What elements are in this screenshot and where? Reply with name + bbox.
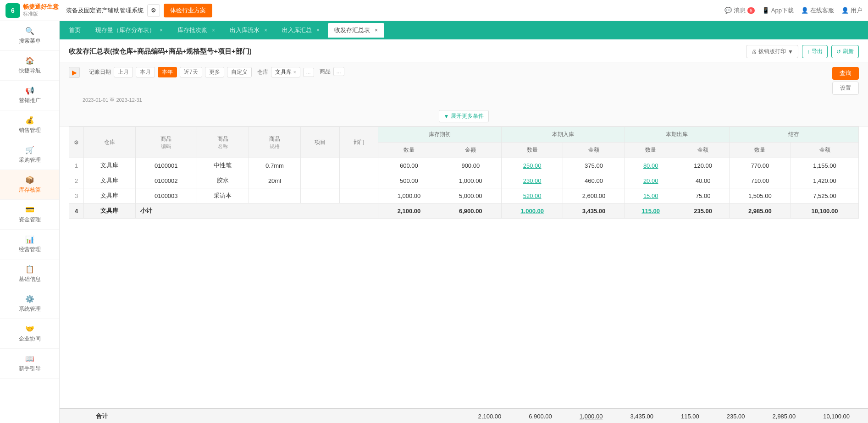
sidebar-item-label-sales: 销售管理	[19, 126, 41, 134]
row-in-qty[interactable]: 250.00	[501, 158, 563, 173]
sidebar-item-label-enterprise: 企业协同	[19, 335, 41, 343]
col-name-header: 商品名称	[197, 127, 249, 158]
warehouse-ellipsis[interactable]: ...	[303, 68, 314, 77]
tab-close-inout-flow[interactable]: ×	[264, 27, 267, 33]
tab-receive-summary[interactable]: 收发存汇总表×	[328, 23, 384, 38]
row-in-amt: 2,600.00	[563, 188, 625, 203]
sidebar-item-basic[interactable]: 📋基础信息	[0, 259, 59, 289]
row-open-qty: 1,000.00	[378, 188, 440, 203]
date-more[interactable]: 更多	[205, 67, 224, 77]
tab-batch-account[interactable]: 库存批次账×	[171, 23, 221, 38]
row-index: 2	[69, 173, 84, 188]
tab-inventory-dist[interactable]: 现存量（库存分布表）×	[89, 23, 169, 38]
warehouse-tag[interactable]: 文具库 ×	[271, 67, 300, 77]
sidebar-item-finance[interactable]: 💳资金管理	[0, 200, 59, 230]
sidebar-item-label-system: 系统管理	[19, 305, 41, 313]
col-closing-amt: 金额	[791, 143, 859, 158]
row-warehouse: 文具库	[84, 188, 136, 203]
row-name: 采访本	[197, 188, 249, 203]
tab-label-batch-account: 库存批次账	[177, 26, 207, 34]
row-close-qty: 770.00	[729, 158, 791, 173]
row-out-qty[interactable]: 15.00	[625, 188, 677, 203]
enterprise-icon: 🤝	[25, 324, 34, 333]
sidebar-item-label-basic: 基础信息	[19, 275, 41, 283]
col-out-group: 本期出库	[625, 127, 729, 143]
col-department-header: 部门	[339, 127, 378, 158]
filter-arrow-button[interactable]: ▶	[69, 67, 80, 78]
print-icon: 🖨	[751, 49, 757, 55]
expand-conditions-button[interactable]: ▼ 展开更多条件	[439, 110, 489, 122]
logo-text: 畅捷通好生意	[23, 3, 59, 11]
content-area: 首页现存量（库存分布表）×库存批次账×出入库流水×出入库汇总×收发存汇总表× 收…	[60, 21, 868, 423]
filter-setting-button[interactable]: 设置	[832, 82, 859, 95]
goods-ellipsis[interactable]: ...	[333, 67, 344, 76]
sidebar-item-label-search: 搜索菜单	[19, 37, 41, 45]
row-department	[339, 188, 378, 203]
export-button[interactable]: ↑ 导出	[802, 45, 828, 58]
row-in-qty[interactable]: 230.00	[501, 173, 563, 188]
warehouse-tag-remove[interactable]: ×	[293, 70, 296, 75]
total-opening-qty: 2,100.00	[478, 413, 502, 420]
row-in-amt: 375.00	[563, 158, 625, 173]
print-dropdown-icon: ▼	[788, 49, 793, 55]
sidebar-item-inventory[interactable]: 📦库存核算	[0, 170, 59, 200]
date-custom[interactable]: 自定义	[227, 67, 252, 77]
sidebar-item-marketing[interactable]: 📢营销推广	[0, 81, 59, 110]
date-7days[interactable]: 近7天	[180, 67, 202, 77]
tab-inout-summary[interactable]: 出入库汇总×	[276, 23, 326, 38]
user-button[interactable]: 👤 用户	[841, 6, 862, 15]
row-project	[301, 158, 339, 173]
sidebar-item-operation[interactable]: 📊经营管理	[0, 230, 59, 259]
tab-close-inout-summary[interactable]: ×	[316, 27, 320, 33]
sidebar-item-purchase[interactable]: 🛒采购管理	[0, 140, 59, 170]
print-button[interactable]: 🖨 拨销版打印 ▼	[746, 45, 798, 58]
warehouse-label: 仓库	[257, 68, 268, 76]
expand-row: ▼ 展开更多条件	[69, 104, 859, 123]
tab-label-inout-flow: 出入库流水	[230, 26, 260, 34]
col-settings[interactable]: ⚙	[69, 127, 84, 158]
subtotal-in-qty[interactable]: 1,000.00	[501, 203, 563, 219]
sidebar-item-label-operation: 经营管理	[19, 246, 41, 253]
date-range-row: 2023-01-01 至 2023-12-31	[69, 97, 859, 104]
experience-button[interactable]: 体验行业方案	[164, 4, 212, 17]
message-button[interactable]: 💬 消息 6	[724, 6, 755, 15]
tab-inout-flow[interactable]: 出入库流水×	[223, 23, 274, 38]
date-this-year[interactable]: 本年	[158, 67, 177, 77]
sidebar-item-guide[interactable]: 📖新手引导	[0, 349, 59, 379]
tab-close-receive-summary[interactable]: ×	[375, 27, 378, 33]
tab-home[interactable]: 首页	[62, 23, 87, 38]
row-open-qty: 600.00	[378, 158, 440, 173]
sidebar-item-quick-nav[interactable]: 🏠快捷导航	[0, 51, 59, 81]
tab-close-inventory-dist[interactable]: ×	[160, 27, 163, 33]
row-out-qty[interactable]: 20.00	[625, 173, 677, 188]
sidebar-item-system[interactable]: ⚙️系统管理	[0, 289, 59, 319]
online-service-button[interactable]: 👤 在线客服	[801, 6, 834, 15]
sidebar-item-enterprise[interactable]: 🤝企业协同	[0, 319, 59, 349]
main-layout: 🔍搜索菜单🏠快捷导航📢营销推广💰销售管理🛒采购管理📦库存核算💳资金管理📊经营管理…	[0, 21, 868, 423]
sidebar-item-sales[interactable]: 💰销售管理	[0, 110, 59, 140]
filter-inner: ▶ 记账日期 上月 本月 本年 近7天 更多 自定义	[69, 67, 859, 95]
col-closing-group: 结存	[729, 127, 858, 143]
date-this-month[interactable]: 本月	[136, 67, 155, 77]
settings-gear-button[interactable]: ⚙	[147, 4, 160, 17]
row-in-qty[interactable]: 520.00	[501, 188, 563, 203]
subtotal-warehouse: 文具库	[84, 203, 136, 219]
top-bar: 6 畅捷通好生意 标准版 装备及固定资产辅助管理系统 ⚙ 体验行业方案 💬 消息…	[0, 0, 868, 21]
query-button[interactable]: 查询	[832, 67, 859, 80]
filter-section: ▶ 记账日期 上月 本月 本年 近7天 更多 自定义	[60, 62, 868, 126]
refresh-button[interactable]: ↺ 刷新	[831, 45, 859, 58]
sidebar-item-search[interactable]: 🔍搜索菜单	[0, 21, 59, 51]
main-table: ⚙ 仓库 商品编码 商品名称 商品规格 项目 部门 库存期初 本期入库 本期出库…	[69, 126, 859, 219]
row-index: 3	[69, 188, 84, 203]
date-last-month[interactable]: 上月	[114, 67, 133, 77]
row-out-amt: 75.00	[677, 188, 729, 203]
col-opening-group: 库存期初	[378, 127, 502, 143]
row-in-amt: 460.00	[563, 173, 625, 188]
subtotal-out-qty[interactable]: 115.00	[625, 203, 677, 219]
app-download-button[interactable]: 📱 App下载	[762, 6, 794, 15]
print-label: 拨销版打印	[758, 48, 786, 55]
row-out-qty[interactable]: 80.00	[625, 158, 677, 173]
tab-close-batch-account[interactable]: ×	[212, 27, 215, 33]
marketing-icon: 📢	[25, 86, 34, 95]
export-label: 导出	[812, 48, 823, 55]
